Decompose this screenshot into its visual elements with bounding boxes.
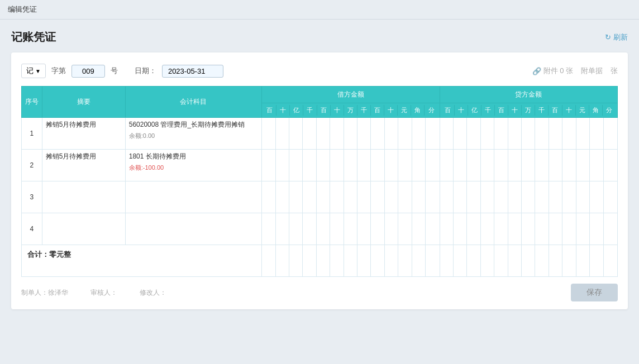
credit-digit-cell[interactable]: [576, 181, 590, 213]
summary-cell[interactable]: [42, 181, 125, 213]
account-cell[interactable]: 56020008 管理费用_长期待摊费用摊销余额:0.00: [125, 118, 261, 150]
credit-digit-cell[interactable]: [481, 150, 494, 181]
credit-digit-cell[interactable]: [508, 181, 522, 213]
voucher-type-button[interactable]: 记 ▼: [21, 64, 46, 78]
debit-amount-cell[interactable]: [262, 118, 440, 150]
debit-amount-cell[interactable]: [262, 150, 440, 181]
credit-digit-cell[interactable]: [440, 213, 454, 245]
credit-digit-cell[interactable]: [508, 213, 522, 245]
fu-dan-ju-link[interactable]: 附单据: [581, 66, 603, 76]
credit-digit-cell[interactable]: [590, 181, 603, 213]
debit-digit-cell[interactable]: [371, 118, 384, 149]
credit-digit-cell[interactable]: [522, 118, 535, 149]
credit-digit-cell[interactable]: [549, 181, 562, 213]
credit-digit-cell[interactable]: [522, 181, 535, 213]
debit-digit-cell[interactable]: [289, 118, 303, 149]
credit-digit-cell[interactable]: [467, 150, 480, 181]
save-button[interactable]: 保存: [571, 284, 618, 301]
credit-amount-cell[interactable]: [440, 118, 617, 150]
debit-digit-cell[interactable]: [398, 181, 412, 213]
debit-digit-cell[interactable]: [371, 150, 384, 181]
debit-digit-cell[interactable]: [303, 213, 316, 245]
debit-digit-cell[interactable]: [276, 181, 289, 213]
credit-digit-cell[interactable]: [440, 150, 454, 181]
debit-digit-cell[interactable]: [385, 118, 398, 149]
credit-digit-cell[interactable]: [508, 150, 522, 181]
debit-digit-cell[interactable]: [303, 150, 316, 181]
debit-digit-cell[interactable]: [357, 150, 371, 181]
credit-digit-cell[interactable]: [454, 181, 467, 213]
debit-digit-cell[interactable]: [276, 213, 289, 245]
credit-digit-cell[interactable]: [549, 118, 562, 149]
debit-digit-cell[interactable]: [262, 181, 275, 213]
debit-digit-cell[interactable]: [398, 150, 412, 181]
debit-digit-cell[interactable]: [426, 181, 439, 213]
debit-digit-cell[interactable]: [289, 150, 303, 181]
date-input[interactable]: [162, 65, 223, 78]
debit-amount-cell[interactable]: [262, 213, 440, 245]
debit-digit-cell[interactable]: [344, 181, 357, 213]
debit-digit-cell[interactable]: [385, 213, 398, 245]
credit-digit-cell[interactable]: [535, 150, 549, 181]
debit-digit-cell[interactable]: [289, 213, 303, 245]
credit-digit-cell[interactable]: [535, 118, 549, 149]
debit-digit-cell[interactable]: [276, 150, 289, 181]
credit-digit-cell[interactable]: [481, 181, 494, 213]
credit-digit-cell[interactable]: [604, 213, 617, 245]
credit-digit-cell[interactable]: [549, 150, 562, 181]
credit-digit-cell[interactable]: [535, 181, 549, 213]
credit-digit-cell[interactable]: [562, 150, 576, 181]
debit-digit-cell[interactable]: [262, 213, 275, 245]
debit-digit-cell[interactable]: [357, 118, 371, 149]
credit-digit-cell[interactable]: [467, 181, 480, 213]
debit-digit-cell[interactable]: [330, 213, 344, 245]
summary-cell[interactable]: 摊销5月待摊费用: [42, 118, 125, 150]
credit-digit-cell[interactable]: [522, 213, 535, 245]
debit-digit-cell[interactable]: [262, 118, 275, 149]
credit-digit-cell[interactable]: [481, 118, 494, 149]
account-cell[interactable]: [125, 213, 261, 245]
debit-digit-cell[interactable]: [317, 150, 330, 181]
credit-digit-cell[interactable]: [590, 213, 603, 245]
credit-digit-cell[interactable]: [604, 181, 617, 213]
credit-amount-cell[interactable]: [440, 150, 617, 181]
credit-digit-cell[interactable]: [467, 213, 480, 245]
debit-digit-cell[interactable]: [426, 150, 439, 181]
credit-digit-cell[interactable]: [590, 118, 603, 149]
credit-digit-cell[interactable]: [440, 181, 454, 213]
debit-digit-cell[interactable]: [412, 118, 426, 149]
credit-digit-cell[interactable]: [535, 213, 549, 245]
debit-digit-cell[interactable]: [385, 150, 398, 181]
account-cell[interactable]: 1801 长期待摊费用余额:-100.00: [125, 150, 261, 181]
debit-digit-cell[interactable]: [330, 118, 344, 149]
debit-digit-cell[interactable]: [357, 181, 371, 213]
debit-digit-cell[interactable]: [398, 213, 412, 245]
credit-digit-cell[interactable]: [562, 213, 576, 245]
credit-amount-cell[interactable]: [440, 181, 617, 213]
credit-digit-cell[interactable]: [576, 213, 590, 245]
credit-digit-cell[interactable]: [494, 213, 508, 245]
credit-digit-cell[interactable]: [562, 181, 576, 213]
credit-digit-cell[interactable]: [508, 118, 522, 149]
debit-amount-cell[interactable]: [262, 181, 440, 213]
debit-digit-cell[interactable]: [371, 213, 384, 245]
debit-digit-cell[interactable]: [303, 181, 316, 213]
debit-digit-cell[interactable]: [303, 118, 316, 149]
attachment-link[interactable]: 🔗 附件 0 张: [532, 66, 573, 76]
credit-digit-cell[interactable]: [454, 213, 467, 245]
credit-digit-cell[interactable]: [454, 118, 467, 149]
refresh-button[interactable]: ↻ 刷新: [605, 32, 628, 42]
summary-cell[interactable]: 摊销5月待摊费用: [42, 150, 125, 181]
credit-digit-cell[interactable]: [562, 118, 576, 149]
credit-digit-cell[interactable]: [576, 150, 590, 181]
account-cell[interactable]: [125, 181, 261, 213]
credit-digit-cell[interactable]: [604, 118, 617, 149]
debit-digit-cell[interactable]: [344, 213, 357, 245]
debit-digit-cell[interactable]: [426, 118, 439, 149]
voucher-number-input[interactable]: [71, 65, 105, 78]
credit-digit-cell[interactable]: [522, 150, 535, 181]
credit-digit-cell[interactable]: [454, 150, 467, 181]
debit-digit-cell[interactable]: [317, 213, 330, 245]
credit-digit-cell[interactable]: [576, 118, 590, 149]
debit-digit-cell[interactable]: [412, 150, 426, 181]
